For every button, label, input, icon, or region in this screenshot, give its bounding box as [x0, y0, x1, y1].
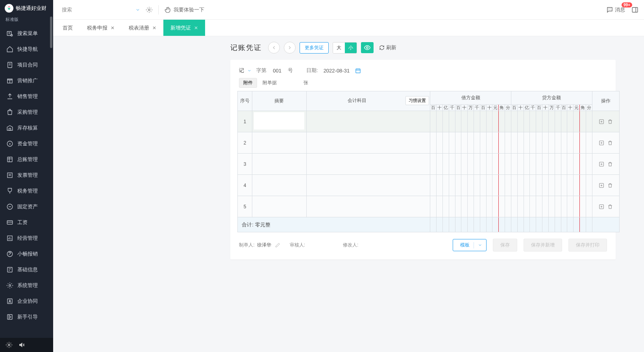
amount-digit-cell[interactable]: [430, 154, 437, 175]
summary-cell[interactable]: [252, 132, 306, 154]
amount-digit-cell[interactable]: [586, 196, 592, 217]
amount-digit-cell[interactable]: [486, 111, 492, 132]
add-row-icon[interactable]: [599, 204, 604, 209]
amount-digit-cell[interactable]: [480, 175, 486, 196]
amount-digit-cell[interactable]: [561, 217, 567, 232]
amount-digit-cell[interactable]: [586, 175, 592, 196]
amount-digit-cell[interactable]: [480, 132, 486, 154]
amount-digit-cell[interactable]: [530, 175, 536, 196]
amount-digit-cell[interactable]: [449, 217, 455, 232]
sidebar-item-basic[interactable]: 基础信息: [0, 262, 53, 278]
amount-digit-cell[interactable]: [492, 111, 499, 132]
amount-digit-cell[interactable]: [517, 111, 524, 132]
amount-digit-cell[interactable]: [530, 154, 536, 175]
sidebar-item-expense[interactable]: 小畅报销: [0, 246, 53, 262]
amount-digit-cell[interactable]: [505, 111, 511, 132]
sound-icon[interactable]: [18, 341, 25, 348]
amount-digit-cell[interactable]: [536, 196, 542, 217]
amount-digit-cell[interactable]: [574, 154, 580, 175]
amount-digit-cell[interactable]: [536, 111, 542, 132]
amount-digit-cell[interactable]: [517, 132, 524, 154]
amount-digit-cell[interactable]: [480, 217, 486, 232]
amount-digit-cell[interactable]: [548, 217, 555, 232]
amount-digit-cell[interactable]: [542, 132, 549, 154]
amount-digit-cell[interactable]: [492, 132, 499, 154]
sidebar-item-sales[interactable]: 销售管理: [0, 89, 53, 104]
amount-digit-cell[interactable]: [492, 154, 499, 175]
amount-digit-cell[interactable]: [555, 154, 561, 175]
amount-digit-cell[interactable]: [474, 111, 480, 132]
amount-digit-cell[interactable]: [461, 132, 468, 154]
amount-digit-cell[interactable]: [430, 132, 437, 154]
refresh-button[interactable]: 刷新: [379, 44, 396, 51]
sidebar-item-guide[interactable]: 新手引导: [0, 309, 53, 325]
delete-row-icon[interactable]: [607, 140, 613, 146]
amount-digit-cell[interactable]: [567, 154, 574, 175]
amount-digit-cell[interactable]: [492, 196, 499, 217]
amount-digit-cell[interactable]: [530, 196, 536, 217]
chevron-down-icon[interactable]: [247, 69, 252, 73]
amount-digit-cell[interactable]: [499, 132, 505, 154]
sidebar-item-inventory[interactable]: 库存核算: [0, 120, 53, 136]
amount-digit-cell[interactable]: [461, 175, 468, 196]
summary-cell[interactable]: [252, 111, 306, 132]
amount-digit-cell[interactable]: [567, 196, 574, 217]
amount-digit-cell[interactable]: [474, 217, 480, 232]
summary-input[interactable]: [254, 112, 304, 130]
amount-digit-cell[interactable]: [586, 132, 592, 154]
amount-digit-cell[interactable]: [574, 217, 580, 232]
amount-digit-cell[interactable]: [449, 175, 455, 196]
amount-digit-cell[interactable]: [548, 132, 555, 154]
sidebar-item-project[interactable]: 项目合同: [0, 57, 53, 73]
subject-cell[interactable]: [306, 111, 430, 132]
summary-cell[interactable]: [252, 175, 306, 196]
preview-button[interactable]: [361, 42, 374, 53]
edit-icon[interactable]: [275, 243, 280, 248]
save-add-button[interactable]: 保存并新增: [524, 239, 562, 252]
amount-digit-cell[interactable]: [542, 154, 549, 175]
amount-digit-cell[interactable]: [449, 196, 455, 217]
amount-digit-cell[interactable]: [499, 111, 505, 132]
amount-digit-cell[interactable]: [442, 217, 449, 232]
amount-digit-cell[interactable]: [517, 154, 524, 175]
amount-digit-cell[interactable]: [461, 217, 468, 232]
amount-digit-cell[interactable]: [542, 196, 549, 217]
search-settings-icon[interactable]: [146, 6, 153, 13]
amount-digit-cell[interactable]: [542, 175, 549, 196]
amount-digit-cell[interactable]: [511, 196, 518, 217]
amount-digit-cell[interactable]: [579, 154, 586, 175]
amount-digit-cell[interactable]: [437, 154, 443, 175]
amount-digit-cell[interactable]: [442, 111, 449, 132]
amount-digit-cell[interactable]: [437, 217, 443, 232]
delete-row-icon[interactable]: [607, 183, 613, 188]
amount-digit-cell[interactable]: [486, 196, 492, 217]
try-button[interactable]: 我要体验一下: [164, 6, 204, 13]
amount-digit-cell[interactable]: [555, 196, 561, 217]
sidebar-item-assets[interactable]: 固定资产: [0, 199, 53, 215]
add-row-icon[interactable]: [599, 183, 604, 188]
amount-digit-cell[interactable]: [499, 217, 505, 232]
amount-digit-cell[interactable]: [461, 111, 468, 132]
sidebar-item-invoice[interactable]: 发票管理: [0, 167, 53, 183]
amount-digit-cell[interactable]: [567, 217, 574, 232]
close-icon[interactable]: ✕: [194, 25, 198, 31]
amount-digit-cell[interactable]: [492, 175, 499, 196]
voucher-date-input[interactable]: 2022-08-31: [324, 68, 350, 74]
amount-digit-cell[interactable]: [468, 111, 474, 132]
amount-digit-cell[interactable]: [430, 217, 437, 232]
amount-digit-cell[interactable]: [536, 175, 542, 196]
amount-digit-cell[interactable]: [524, 175, 530, 196]
sidebar-item-funds[interactable]: ¥资金管理: [0, 136, 53, 152]
amount-digit-cell[interactable]: [574, 196, 580, 217]
subject-cell[interactable]: [306, 175, 430, 196]
amount-digit-cell[interactable]: [430, 196, 437, 217]
amount-digit-cell[interactable]: [449, 154, 455, 175]
amount-digit-cell[interactable]: [561, 196, 567, 217]
amount-digit-cell[interactable]: [524, 111, 530, 132]
amount-digit-cell[interactable]: [574, 175, 580, 196]
amount-digit-cell[interactable]: [542, 217, 549, 232]
sidebar-scrollbar[interactable]: [50, 17, 52, 48]
amount-digit-cell[interactable]: [561, 154, 567, 175]
amount-digit-cell[interactable]: [455, 175, 461, 196]
amount-digit-cell[interactable]: [555, 175, 561, 196]
